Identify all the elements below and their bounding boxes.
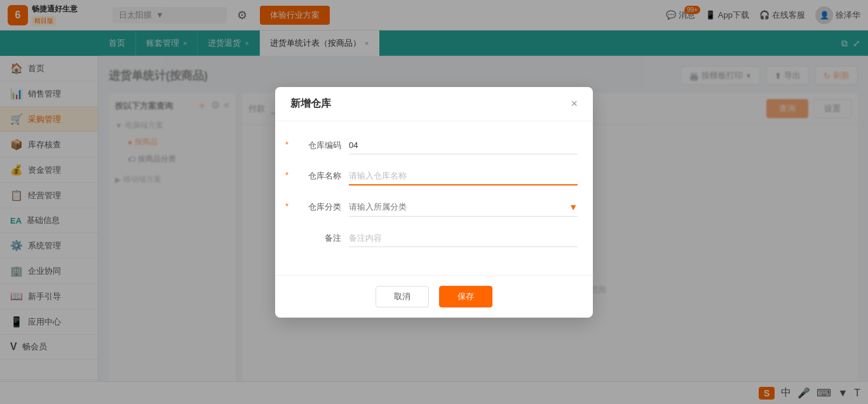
- category-dropdown-icon: ▼: [569, 202, 578, 212]
- category-label: 仓库分类: [290, 201, 341, 213]
- category-select[interactable]: ▼: [349, 198, 578, 217]
- code-input[interactable]: [349, 137, 578, 154]
- form-row-category: 仓库分类 ▼: [290, 198, 578, 217]
- modal-footer: 取消 保存: [275, 275, 593, 318]
- modal-title: 新增仓库: [290, 97, 331, 111]
- remark-input[interactable]: [349, 229, 578, 247]
- name-label: 仓库名称: [290, 170, 341, 182]
- form-row-remark: 备注: [290, 229, 578, 247]
- modal-overlay: 新增仓库 × 仓库编码 仓库名称 仓库分类 ▼: [0, 0, 868, 404]
- form-row-code: 仓库编码: [290, 137, 578, 154]
- remark-label: 备注: [290, 232, 341, 244]
- save-button[interactable]: 保存: [439, 286, 492, 307]
- new-warehouse-modal: 新增仓库 × 仓库编码 仓库名称 仓库分类 ▼: [275, 87, 593, 318]
- name-input[interactable]: [349, 167, 578, 185]
- category-input[interactable]: [349, 202, 569, 212]
- modal-close-button[interactable]: ×: [571, 97, 578, 111]
- cancel-button[interactable]: 取消: [376, 286, 429, 307]
- modal-body: 仓库编码 仓库名称 仓库分类 ▼ 备注: [275, 121, 593, 275]
- form-row-name: 仓库名称: [290, 167, 578, 185]
- modal-header: 新增仓库 ×: [275, 87, 593, 121]
- code-label: 仓库编码: [290, 140, 341, 151]
